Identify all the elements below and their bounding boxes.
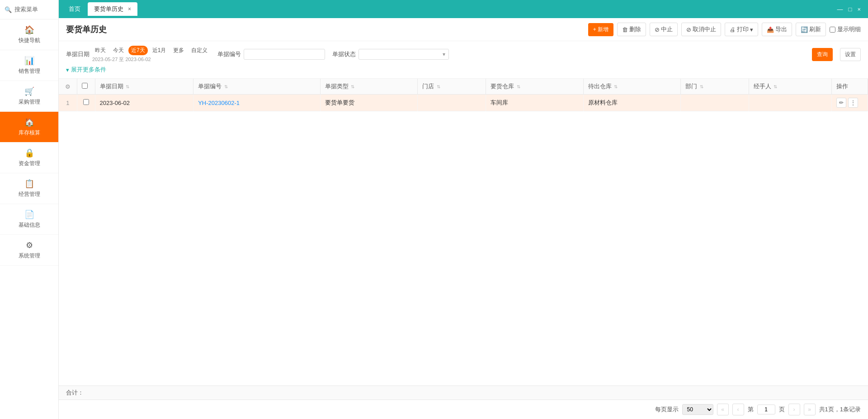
sidebar-search-label: 搜索菜单: [14, 5, 38, 14]
row-edit-btn[interactable]: ✏: [836, 98, 846, 108]
print-button[interactable]: 🖨 打印 ▾: [725, 23, 758, 36]
status-select[interactable]: [359, 49, 449, 60]
tab-bar-right: — □ ×: [837, 6, 864, 13]
next-page-btn[interactable]: ›: [788, 404, 800, 415]
date-btn-today[interactable]: 今天: [110, 46, 127, 55]
display-detail-label: 显示明细: [837, 25, 861, 33]
last-page-btn[interactable]: »: [804, 404, 816, 415]
sort-icon[interactable]: ⇅: [614, 84, 618, 89]
row-more-btn[interactable]: ⋮: [848, 98, 858, 108]
print-dropdown-icon: ▾: [750, 26, 753, 33]
stop-label: 中止: [661, 25, 673, 33]
sort-icon[interactable]: ⇅: [774, 84, 777, 89]
print-icon: 🖨: [730, 26, 736, 33]
col-bill-no: 单据编号 ⇅: [193, 79, 321, 95]
setting-button[interactable]: 设置: [840, 48, 861, 61]
row-actions: ✏ ⋮: [832, 95, 868, 111]
sidebar-item-basic-info[interactable]: 📄 基础信息: [0, 204, 58, 235]
date-btn-7days[interactable]: 近7天: [128, 46, 148, 55]
export-button[interactable]: 📤 导出: [762, 23, 792, 36]
row-checkbox[interactable]: [77, 95, 95, 111]
window-maximize-btn[interactable]: □: [849, 6, 852, 13]
select-all-checkbox[interactable]: [82, 83, 88, 89]
pagination-bar: 每页显示 50 100 200 « ‹ 第 页 › » 共1页，1条记录: [59, 400, 868, 419]
col-bill-type: 单据类型 ⇅: [320, 79, 417, 95]
display-detail-checkbox[interactable]: [830, 27, 835, 33]
col-settings[interactable]: ⚙: [59, 79, 77, 95]
sales-icon: 📊: [24, 56, 34, 66]
date-btn-1month[interactable]: 近1月: [150, 46, 169, 55]
bill-no-input[interactable]: [244, 49, 325, 60]
sidebar-item-finance[interactable]: 🔒 资金管理: [0, 143, 58, 173]
sidebar-item-inventory[interactable]: 🏠 库存核算: [0, 112, 58, 143]
date-btn-yesterday[interactable]: 昨天: [92, 46, 108, 55]
sidebar-item-quick-nav[interactable]: 🏠 快捷导航: [0, 19, 58, 50]
sort-icon[interactable]: ⇅: [224, 84, 228, 89]
sidebar-item-label: 快捷导航: [19, 37, 40, 44]
window-minimize-btn[interactable]: —: [837, 6, 843, 13]
finance-icon: 🔒: [24, 148, 34, 158]
expand-label: 展开更多条件: [71, 66, 106, 74]
date-btn-custom[interactable]: 自定义: [189, 46, 210, 55]
delete-icon: 🗑: [622, 26, 628, 33]
inventory-icon: 🏠: [24, 117, 34, 127]
sort-icon[interactable]: ⇅: [351, 84, 354, 89]
sidebar-item-system[interactable]: ⚙ 系统管理: [0, 235, 58, 266]
row-bill-no[interactable]: YH-20230602-1: [193, 95, 321, 111]
sort-icon[interactable]: ⇅: [126, 84, 129, 89]
tab-home-label: 首页: [69, 5, 80, 13]
window-close-btn[interactable]: ×: [857, 6, 861, 13]
stop-button[interactable]: ⊘ 中止: [650, 23, 678, 36]
display-detail-toggle[interactable]: 显示明细: [830, 25, 861, 33]
table-footer: 合计：: [59, 386, 868, 400]
bill-no-label: 单据编号: [217, 50, 241, 58]
col-action-label: 操作: [836, 83, 848, 90]
row-pending-warehouse: 原材料仓库: [583, 95, 680, 111]
tab-home[interactable]: 首页: [62, 2, 87, 16]
cancel-stop-button[interactable]: ⊘ 取消中止: [681, 23, 721, 36]
prev-page-btn[interactable]: ‹: [732, 404, 744, 415]
pagination-info: 共1页，1条记录: [819, 405, 861, 414]
row-index: 1: [59, 95, 77, 111]
refresh-button[interactable]: 🔄 刷新: [796, 23, 826, 36]
sidebar-search[interactable]: 🔍 搜索菜单: [0, 0, 58, 19]
col-checkbox[interactable]: [77, 79, 95, 95]
col-req-warehouse-label: 要货仓库: [491, 83, 514, 90]
settings-icon[interactable]: ⚙: [65, 83, 71, 90]
page-input[interactable]: [757, 405, 775, 414]
basic-info-icon: 📄: [24, 210, 34, 219]
delete-button[interactable]: 🗑 删除: [617, 23, 646, 36]
sort-icon[interactable]: ⇅: [517, 84, 520, 89]
page-header: 要货单历史 + 新增 🗑 删除 ⊘ 中止 ⊘ 取消中止 🖨 打印 ▾ 📤 导出: [59, 18, 868, 41]
tab-close-icon[interactable]: ×: [128, 6, 131, 12]
col-department: 部门 ⇅: [681, 79, 749, 95]
stop-icon: ⊘: [655, 26, 660, 33]
filter-area: 单据日期 昨天 今天 近7天 近1月 更多 自定义 2023-05-27 至 2…: [59, 41, 868, 79]
page-title: 要货单历史: [66, 24, 585, 35]
sort-icon[interactable]: ⇅: [437, 84, 440, 89]
col-action: 操作: [832, 79, 868, 95]
sort-icon[interactable]: ⇅: [700, 84, 703, 89]
sidebar-item-label: 销售管理: [19, 67, 40, 75]
page-size-label: 每页显示: [655, 405, 679, 414]
col-bill-type-label: 单据类型: [325, 83, 349, 90]
filter-row: 单据日期 昨天 今天 近7天 近1月 更多 自定义 2023-05-27 至 2…: [66, 46, 861, 63]
sidebar-item-label: 经营管理: [19, 190, 40, 198]
sidebar-item-purchase[interactable]: 🛒 采购管理: [0, 81, 58, 112]
date-buttons: 昨天 今天 近7天 近1月 更多 自定义: [92, 46, 210, 55]
sidebar-item-operations[interactable]: 📋 经营管理: [0, 173, 58, 204]
col-bill-no-label: 单据编号: [198, 83, 222, 90]
add-button[interactable]: + 新增: [588, 23, 613, 36]
page-size-select[interactable]: 50 100 200: [682, 404, 713, 415]
row-req-warehouse: 车间库: [486, 95, 583, 111]
expand-more-button[interactable]: ▾ 展开更多条件: [66, 66, 861, 74]
query-button[interactable]: 查询: [812, 48, 833, 61]
col-date-label: 单据日期: [100, 83, 123, 90]
row-store: [418, 95, 486, 111]
sidebar-item-sales[interactable]: 📊 销售管理: [0, 50, 58, 81]
tab-bill-history[interactable]: 要货单历史 ×: [88, 2, 137, 16]
sidebar-item-label: 资金管理: [19, 160, 40, 167]
date-btn-more[interactable]: 更多: [170, 46, 187, 55]
print-label: 打印: [737, 25, 749, 33]
first-page-btn[interactable]: «: [717, 404, 729, 415]
